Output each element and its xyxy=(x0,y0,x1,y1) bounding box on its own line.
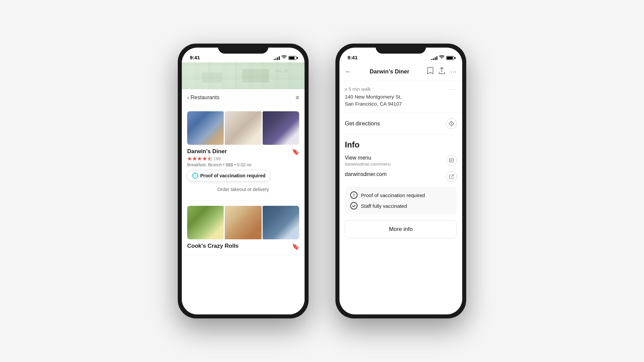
website-label: darwinsdiner.com xyxy=(345,171,446,177)
directions-row[interactable]: Get directions xyxy=(339,113,462,135)
phone-2: 9:41 xyxy=(335,44,466,318)
bookmark-action-icon[interactable] xyxy=(427,67,433,76)
back-button-1[interactable]: ‹ Restaurants xyxy=(187,94,219,101)
external-link-icon xyxy=(446,171,457,182)
star-3 xyxy=(197,157,202,161)
info-section: Info View menu darwinsdiner.com/menu xyxy=(339,135,462,244)
directions-label: Get directions xyxy=(345,120,380,127)
vax-row-staff: Staff fully vaccinated xyxy=(350,202,451,209)
rating-row-1: 199 xyxy=(187,156,299,161)
nav-bar-1: ‹ Restaurants ≡ xyxy=(182,89,305,106)
address-section: x 5 min walk ··· ··· 140 New Montgomery … xyxy=(339,81,462,113)
bookmark-button-2[interactable]: 🔖 xyxy=(292,243,299,250)
food-image-bowl xyxy=(187,111,224,145)
menu-url: darwinsdiner.com/menu xyxy=(345,162,446,167)
walk-info: x 5 min walk ··· ··· xyxy=(345,86,457,92)
food-images-1 xyxy=(187,111,299,145)
list-view-icon-1[interactable]: ≡ xyxy=(296,94,299,101)
menu-icon xyxy=(446,155,457,166)
battery-icon-1 xyxy=(288,56,297,60)
vax-alert-icon-1 xyxy=(192,173,198,179)
wifi-icon-1 xyxy=(281,55,287,60)
map-area: Pre—35 ‹ Restaurants ≡ xyxy=(182,62,305,106)
signal-icon-2 xyxy=(431,56,437,60)
address-line1: 140 New Montgomery St, xyxy=(345,93,457,100)
vax-badge-text-1: Proof of vaccination required xyxy=(200,173,265,178)
svg-rect-8 xyxy=(242,69,269,82)
detail-back-button[interactable]: ← xyxy=(345,68,352,75)
menu-label: View menu xyxy=(345,155,446,161)
more-info-button[interactable]: More info xyxy=(345,220,457,238)
vaccination-card: ! Proof of vaccination required Staff fu… xyxy=(345,187,457,214)
address-line2: San Francisco, CA 94107 xyxy=(345,100,457,107)
star-4 xyxy=(202,157,207,161)
restaurant-name-1: Darwin's Diner xyxy=(187,148,299,155)
status-icons-2 xyxy=(431,55,454,60)
food-image-berries xyxy=(263,111,299,145)
detail-body: x 5 min walk ··· ··· 140 New Montgomery … xyxy=(339,81,462,314)
wifi-icon-2 xyxy=(439,55,444,60)
back-arrow-icon-1: ‹ xyxy=(187,94,189,101)
svg-rect-7 xyxy=(202,72,222,82)
phone-1: 9:41 xyxy=(178,44,309,318)
food-image-drink xyxy=(263,206,299,239)
detail-actions: ··· xyxy=(427,67,457,76)
vax-check-icon xyxy=(350,202,358,209)
detail-title: Darwin's Diner xyxy=(370,68,409,75)
star-2 xyxy=(192,157,197,161)
detail-header: ← Darwin's Diner ··· xyxy=(339,62,462,81)
vax-alert-icon-2: ! xyxy=(350,191,358,199)
signal-icon-1 xyxy=(274,56,280,60)
info-heading: Info xyxy=(345,140,457,149)
more-action-icon[interactable]: ··· xyxy=(450,68,457,75)
notch-1 xyxy=(218,44,268,54)
star-1 xyxy=(187,157,192,161)
order-link-1[interactable]: Order takeout or delivery xyxy=(187,184,299,196)
battery-icon-2 xyxy=(446,56,454,60)
distance-info: ··· ··· xyxy=(448,86,457,92)
menu-row[interactable]: View menu darwinsdiner.com/menu xyxy=(345,155,457,167)
website-row[interactable]: darwinsdiner.com xyxy=(345,171,457,182)
back-label-1: Restaurants xyxy=(191,95,219,101)
food-images-2 xyxy=(187,206,299,239)
stars-1 xyxy=(187,157,212,161)
restaurant-card-2[interactable]: Cook's Crazy Rolls 🔖 xyxy=(182,200,305,255)
vax-text-staff: Staff fully vaccinated xyxy=(361,203,407,209)
food-image-salad xyxy=(225,206,261,239)
bookmark-button-1[interactable]: 🔖 xyxy=(292,148,299,156)
share-action-icon[interactable] xyxy=(439,67,445,76)
restaurant-list: 🔖 Darwin's Diner 199 Breakfast, Brunch •… xyxy=(182,106,305,314)
vax-row-proof: ! Proof of vaccination required xyxy=(350,191,451,199)
food-image-tacos xyxy=(187,206,224,239)
restaurant-card-1[interactable]: 🔖 Darwin's Diner 199 Breakfast, Brunch •… xyxy=(182,106,305,200)
website-content: darwinsdiner.com xyxy=(345,171,446,177)
notch-2 xyxy=(376,44,426,54)
status-icons-1 xyxy=(274,55,297,60)
restaurant-name-2: Cook's Crazy Rolls xyxy=(187,243,238,249)
menu-content: View menu darwinsdiner.com/menu xyxy=(345,155,446,167)
svg-text:Pre—35: Pre—35 xyxy=(276,69,288,73)
food-image-plate xyxy=(225,111,261,145)
vax-badge-1: Proof of vaccination required xyxy=(187,170,270,181)
vax-text-proof: Proof of vaccination required xyxy=(361,192,425,198)
restaurant-meta-1: Breakfast, Brunch • $$$ • 0.02 mi xyxy=(187,162,299,167)
status-time-1: 9:41 xyxy=(190,55,200,60)
star-5-half xyxy=(207,157,212,161)
review-count-1: 199 xyxy=(213,156,221,161)
status-time-2: 9:41 xyxy=(347,55,358,60)
directions-nav-icon xyxy=(446,118,457,129)
